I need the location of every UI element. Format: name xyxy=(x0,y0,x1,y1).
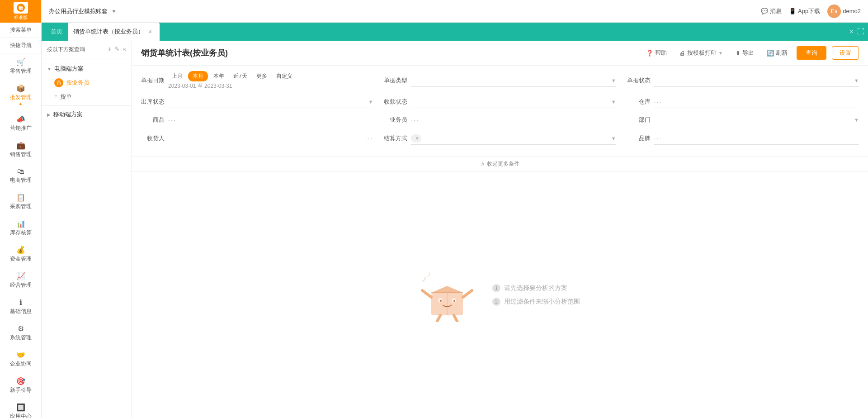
date-btn-custom[interactable]: 自定义 xyxy=(273,71,296,81)
delivery-arrow: ▼ xyxy=(368,99,373,104)
svg-point-8 xyxy=(453,300,455,302)
mobile-group: ▶ 移动端方案 xyxy=(42,108,132,121)
tab-close-icon[interactable]: × xyxy=(146,28,154,35)
svg-line-10 xyxy=(463,290,472,297)
dept-label: 部门 xyxy=(627,116,651,124)
template-print-button[interactable]: 🖨 按模板打印 ▼ xyxy=(676,47,726,59)
tab-home[interactable]: 首页 xyxy=(45,23,68,41)
collapse-bar[interactable]: ∧ 收起更多条件 xyxy=(132,157,868,172)
add-scheme-icon[interactable]: + xyxy=(108,45,112,53)
pc-group-header[interactable]: ▼ 电脑端方案 xyxy=(42,62,132,76)
help-button[interactable]: ❓ 帮助 xyxy=(642,47,670,59)
left-panel: 按以下方案查询 + ✎ « ▼ 电脑端方案 员 按业务员 xyxy=(42,41,132,418)
sidebar-item-finance[interactable]: 💰 资金管理 xyxy=(0,241,41,267)
message-action[interactable]: 💬 消息 xyxy=(761,7,782,15)
filter-row-1: 单据日期 上月 本月 本年 近7天 更多 自定义 2023-03-01 至 20… xyxy=(141,71,859,90)
settings-button[interactable]: 设置 xyxy=(832,46,859,60)
search-menu[interactable]: 搜索菜单 xyxy=(0,23,41,38)
tab-bar: 首页 销货单统计表（按业务员） × × ⛶ xyxy=(42,23,868,41)
panel-title: 按以下方案查询 xyxy=(47,46,85,53)
edit-scheme-icon[interactable]: ✎ xyxy=(114,45,120,53)
window-expand-icon[interactable]: ⛶ xyxy=(857,28,864,36)
filter-doc-status: 单据状态 ▼ xyxy=(627,74,859,87)
refresh-button[interactable]: 🔄 刷新 xyxy=(763,47,791,59)
industry-name: 办公用品行业模拟账套 xyxy=(49,7,108,15)
query-button[interactable]: 查询 xyxy=(797,46,826,60)
doc-type-control[interactable]: ▼ xyxy=(411,74,616,87)
salesman-value: ··· xyxy=(411,116,419,124)
ecommerce-icon: 🛍 xyxy=(17,167,24,176)
empty-state: 1 请先选择要分析的方案 2 用过滤条件来缩小分析范围 xyxy=(132,172,868,418)
sidebar-item-operations[interactable]: 📈 经营管理 xyxy=(0,267,41,294)
pc-group-label: 电脑端方案 xyxy=(54,65,84,73)
window-close-icon[interactable]: × xyxy=(849,28,854,36)
appstore-icon: 🔲 xyxy=(16,403,25,412)
sidebar-item-wholesale[interactable]: 📦 批发管理 ▲ xyxy=(0,80,41,110)
mobile-group-arrow: ▶ xyxy=(47,112,51,117)
newbie-icon: 🎯 xyxy=(16,377,25,385)
sidebar-item-enterprise[interactable]: 🤝 企业协同 xyxy=(0,346,41,372)
filter-receiver: 收货人 ··· xyxy=(141,132,373,145)
tab-salesman-stats[interactable]: 销货单统计表（按业务员） × xyxy=(68,23,160,41)
receipt-label: 收款状态 xyxy=(384,98,407,106)
shortcut-nav[interactable]: 快捷导航 xyxy=(0,38,41,53)
sidebar-item-ecommerce[interactable]: 🛍 电商管理 xyxy=(0,163,41,189)
user-action[interactable]: Ea demo2 xyxy=(827,5,861,18)
receiver-control[interactable]: ··· xyxy=(168,132,373,145)
tree-item-by-order[interactable]: ≡ 按单 xyxy=(42,90,132,104)
doc-type-label: 单据类型 xyxy=(384,76,407,85)
payment-label: 结算方式 xyxy=(384,134,407,142)
panel-actions: + ✎ « xyxy=(108,45,126,53)
brand-control[interactable]: ··· xyxy=(654,132,859,145)
sidebar-item-retail[interactable]: 🛒 零售管理 xyxy=(0,53,41,80)
inventory-icon: 📊 xyxy=(16,219,25,228)
date-btn-more[interactable]: 更多 xyxy=(253,71,271,81)
sidebar-item-system[interactable]: ⚙ 系统管理 xyxy=(0,320,41,346)
collapse-panel-icon[interactable]: « xyxy=(123,45,126,53)
sidebar-item-purchase[interactable]: 📋 采购管理 xyxy=(0,189,41,215)
filter-brand: 品牌 ··· xyxy=(627,132,859,145)
goods-control[interactable]: ··· xyxy=(168,114,373,126)
payment-control[interactable]: × ▼ xyxy=(411,132,616,145)
date-btn-7days[interactable]: 近7天 xyxy=(230,71,251,81)
sidebar-item-appstore[interactable]: 🔲 应用中心 xyxy=(0,399,41,418)
doc-status-control[interactable]: ▼ xyxy=(654,74,859,87)
sidebar-item-basic[interactable]: ℹ 基础信息 xyxy=(0,294,41,320)
sidebar-item-inventory[interactable]: 📊 库存核算 xyxy=(0,215,41,241)
date-btn-this-year[interactable]: 本年 xyxy=(210,71,228,81)
date-btn-this-month[interactable]: 本月 xyxy=(188,71,208,81)
goods-label: 商品 xyxy=(141,116,165,124)
pc-group: ▼ 电脑端方案 员 按业务员 ≡ 按单 xyxy=(42,62,132,104)
marketing-icon: 📣 xyxy=(16,115,25,124)
date-btn-prev-month[interactable]: 上月 xyxy=(168,71,186,81)
collapse-label: 收起更多条件 xyxy=(487,161,519,167)
tip-text-1: 请先选择要分析的方案 xyxy=(504,284,567,292)
basic-icon: ℹ xyxy=(19,298,22,307)
export-button[interactable]: ⬆ 导出 xyxy=(732,47,758,59)
filter-dept: 部门 ▼ xyxy=(627,114,859,126)
dept-control[interactable]: ▼ xyxy=(654,114,859,126)
salesman-control[interactable]: ··· xyxy=(411,114,616,126)
svg-line-9 xyxy=(422,290,431,297)
receipt-control[interactable]: ▼ xyxy=(411,95,616,108)
warehouse-control[interactable]: ··· xyxy=(654,95,859,108)
delivery-control[interactable]: ▼ xyxy=(168,95,373,108)
tree-item-by-salesman[interactable]: 员 按业务员 xyxy=(42,76,132,90)
mobile-group-label: 移动端方案 xyxy=(53,110,83,119)
filter-delivery: 出库状态 ▼ xyxy=(141,95,373,108)
sidebar-item-marketing[interactable]: 📣 营销推广 xyxy=(0,110,41,137)
sidebar-item-newbie[interactable]: 🎯 新手引导 xyxy=(0,372,41,399)
mobile-group-header[interactable]: ▶ 移动端方案 xyxy=(42,108,132,121)
export-icon: ⬆ xyxy=(736,50,741,57)
receiver-input[interactable] xyxy=(168,133,365,143)
svg-text:畅: 畅 xyxy=(19,5,23,10)
page-title: 销货单统计表(按业务员) xyxy=(141,48,228,58)
industry-selector[interactable]: 办公用品行业模拟账套 ▼ xyxy=(49,7,117,15)
payment-clear-icon[interactable]: × xyxy=(415,135,419,142)
delivery-label: 出库状态 xyxy=(141,98,165,106)
refresh-icon: 🔄 xyxy=(767,50,774,57)
app-download-action[interactable]: 📱 App下载 xyxy=(789,7,820,15)
left-panel-header: 按以下方案查询 + ✎ « xyxy=(42,41,132,58)
sidebar-item-sales[interactable]: 💼 销售管理 xyxy=(0,137,41,163)
operations-icon: 📈 xyxy=(16,272,25,280)
